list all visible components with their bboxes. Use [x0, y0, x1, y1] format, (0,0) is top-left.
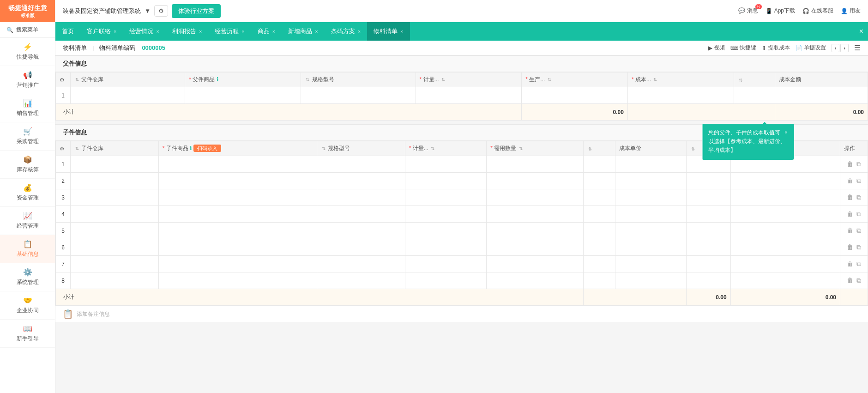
- child-row7-amount[interactable]: [730, 256, 840, 272]
- child-row2-sort2[interactable]: [686, 173, 730, 189]
- sidebar-item-sales[interactable]: 📊 销售管理: [0, 94, 55, 122]
- system-dropdown-button[interactable]: ▼: [145, 7, 151, 14]
- close-all-tabs-button[interactable]: ×: [855, 27, 868, 36]
- sidebar-item-enterprise[interactable]: 🤝 企业协同: [0, 291, 55, 320]
- child-row3-sort2[interactable]: [686, 189, 730, 206]
- parent-row-sort[interactable]: [734, 87, 775, 104]
- child-row2-goods[interactable]: [158, 173, 317, 189]
- child-row3-unit[interactable]: [405, 189, 486, 206]
- sidebar-item-marketing[interactable]: 📢 营销推广: [0, 66, 55, 94]
- child-row2-qty[interactable]: [487, 173, 584, 189]
- shortcut-button[interactable]: ⌨ 快捷键: [730, 44, 756, 52]
- child-row6-qty[interactable]: [487, 239, 584, 256]
- tab-operations-close[interactable]: ×: [156, 29, 159, 34]
- breadcrumb-item1[interactable]: 物料清单: [63, 44, 87, 52]
- message-button[interactable]: 💬 6 消息: [738, 7, 758, 15]
- delete-row1-button[interactable]: 🗑: [847, 160, 853, 168]
- child-row2-unit-cost[interactable]: [615, 173, 686, 189]
- child-row2-unit[interactable]: [405, 173, 486, 189]
- child-row2-sort[interactable]: [583, 173, 615, 189]
- tab-history-close[interactable]: ×: [241, 29, 244, 34]
- sidebar-item-finance[interactable]: 💰 资金管理: [0, 179, 55, 207]
- tab-bom-close[interactable]: ×: [400, 29, 403, 34]
- copy-row5-button[interactable]: ⧉: [856, 227, 861, 234]
- delete-row6-button[interactable]: 🗑: [847, 243, 853, 251]
- child-row8-spec[interactable]: [317, 272, 405, 289]
- parent-row-cost[interactable]: [627, 87, 734, 104]
- child-row5-spec[interactable]: [317, 223, 405, 239]
- tab-barcode[interactable]: 条码方案 ×: [325, 22, 367, 41]
- child-row6-sort[interactable]: [583, 239, 615, 256]
- child-row4-amount[interactable]: [730, 206, 840, 223]
- notes-icon[interactable]: 📋: [63, 309, 73, 319]
- trial-button[interactable]: 体验行业方案: [172, 4, 221, 18]
- tab-profit[interactable]: 利润报告 ×: [166, 22, 208, 41]
- child-row5-sort[interactable]: [583, 223, 615, 239]
- tab-operations[interactable]: 经营情况 ×: [123, 22, 165, 41]
- parent-col-settings[interactable]: ⚙: [56, 73, 71, 87]
- child-row4-unit-cost[interactable]: [615, 206, 686, 223]
- parent-row-spec[interactable]: [301, 87, 416, 104]
- tab-new-goods-close[interactable]: ×: [315, 29, 318, 34]
- child-row6-warehouse[interactable]: [71, 239, 159, 256]
- user-menu[interactable]: 👤 用友: [841, 7, 861, 15]
- child-row8-qty[interactable]: [487, 272, 584, 289]
- child-row3-unit-cost[interactable]: [615, 189, 686, 206]
- tab-home[interactable]: 首页: [55, 22, 80, 41]
- child-row5-unit[interactable]: [405, 223, 486, 239]
- tab-history[interactable]: 经营历程 ×: [208, 22, 251, 41]
- delete-row5-button[interactable]: 🗑: [847, 227, 853, 234]
- child-row6-goods[interactable]: [158, 239, 317, 256]
- child-row7-qty[interactable]: [487, 256, 584, 272]
- sidebar-item-system[interactable]: ⚙️ 系统管理: [0, 263, 55, 291]
- child-row8-warehouse[interactable]: [71, 272, 159, 289]
- child-row5-sort2[interactable]: [686, 223, 730, 239]
- child-row3-amount[interactable]: [730, 189, 840, 206]
- sidebar-item-quick-nav[interactable]: ⚡ 快捷导航: [0, 38, 55, 66]
- child-row1-spec[interactable]: [317, 156, 405, 173]
- scan-badge[interactable]: 扫码录入: [193, 145, 221, 152]
- parent-row-production[interactable]: [522, 87, 628, 104]
- child-row1-unit-cost[interactable]: [615, 156, 686, 173]
- child-row7-warehouse[interactable]: [71, 256, 159, 272]
- parent-row-goods[interactable]: [185, 87, 301, 104]
- child-row2-warehouse[interactable]: [71, 173, 159, 189]
- settings-button[interactable]: ⚙: [154, 5, 168, 17]
- child-row1-warehouse[interactable]: [71, 156, 159, 173]
- child-row6-spec[interactable]: [317, 239, 405, 256]
- view-video-button[interactable]: ▶ 视频: [708, 44, 725, 52]
- parent-row-amount[interactable]: [775, 87, 868, 104]
- child-row5-qty[interactable]: [487, 223, 584, 239]
- tab-barcode-close[interactable]: ×: [358, 29, 361, 34]
- child-row6-unit[interactable]: [405, 239, 486, 256]
- child-row7-unit-cost[interactable]: [615, 256, 686, 272]
- copy-row7-button[interactable]: ⧉: [856, 260, 861, 267]
- child-row8-sort[interactable]: [583, 272, 615, 289]
- single-settings-button[interactable]: 📄 单据设置: [796, 44, 826, 52]
- child-row2-spec[interactable]: [317, 173, 405, 189]
- child-row4-qty[interactable]: [487, 206, 584, 223]
- sidebar-item-inventory[interactable]: 📦 库存核算: [0, 151, 55, 179]
- child-row7-unit[interactable]: [405, 256, 486, 272]
- grid-view-button[interactable]: ☰: [854, 43, 861, 52]
- child-row6-amount[interactable]: [730, 239, 840, 256]
- child-row3-qty[interactable]: [487, 189, 584, 206]
- delete-row3-button[interactable]: 🗑: [847, 193, 853, 201]
- child-row4-sort2[interactable]: [686, 206, 730, 223]
- tooltip-close-button[interactable]: ×: [784, 128, 788, 137]
- parent-row-unit[interactable]: [416, 87, 522, 104]
- next-arrow-button[interactable]: ›: [840, 44, 849, 52]
- child-row4-spec[interactable]: [317, 206, 405, 223]
- child-row1-sort[interactable]: [583, 156, 615, 173]
- delete-row2-button[interactable]: 🗑: [847, 177, 853, 184]
- delete-row7-button[interactable]: 🗑: [847, 260, 853, 267]
- child-row8-amount[interactable]: [730, 272, 840, 289]
- copy-row3-button[interactable]: ⧉: [856, 193, 861, 201]
- child-row7-spec[interactable]: [317, 256, 405, 272]
- child-row2-amount[interactable]: [730, 173, 840, 189]
- child-row5-unit-cost[interactable]: [615, 223, 686, 239]
- copy-row1-button[interactable]: ⧉: [856, 160, 861, 168]
- child-row5-goods[interactable]: [158, 223, 317, 239]
- child-row1-goods[interactable]: [158, 156, 317, 173]
- prev-arrow-button[interactable]: ‹: [832, 44, 840, 52]
